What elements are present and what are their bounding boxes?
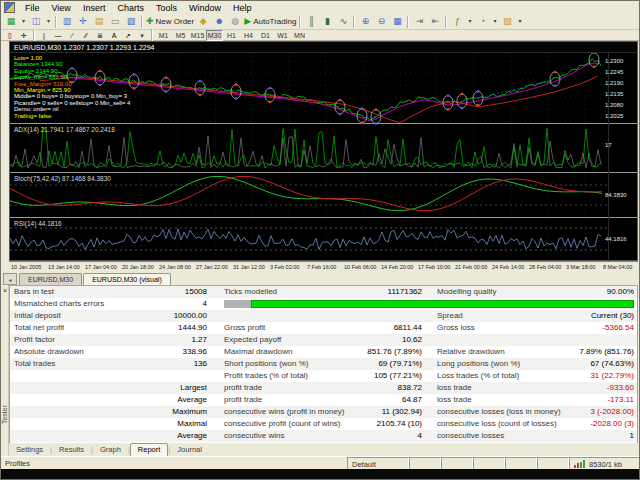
menu-charts[interactable]: Charts (111, 2, 150, 14)
channel-button[interactable]: ⁄⁄ (79, 30, 93, 41)
indicators-dropdown[interactable]: ▾ (465, 14, 474, 29)
menu-tools[interactable]: Tools (150, 2, 183, 14)
arrows-button[interactable]: ↗ (121, 30, 135, 41)
drawing-toolbar: ▯✛|—∕⁄⁄≣A↗▾M1M5M15M30H1H4D1W1MN (1, 30, 640, 41)
close-tester-button[interactable]: × (1, 287, 9, 295)
indicators-button[interactable]: ƒ (449, 14, 465, 29)
data-window-button[interactable]: ✛ (75, 14, 91, 29)
chart-tab-eurusd-m30[interactable]: EURUSD,M30 (19, 273, 82, 285)
menu-window[interactable]: Window (183, 2, 227, 14)
channel-icon: ⁄⁄ (85, 31, 87, 40)
report-cell: 1444.90 (110, 322, 207, 334)
timeframe-m15-button[interactable]: M15 (189, 30, 206, 41)
report-row: Bars in test15008Ticks modelled11171362M… (10, 286, 637, 298)
chart-symbol-title: EUR/USD,M30 1.2307 1.2307 1.2293 1.2294 (10, 42, 637, 53)
price-scale-label: 1.2245 (605, 69, 635, 75)
zoom-in-button[interactable]: ⊕ (357, 14, 373, 29)
fibonacci-button[interactable]: ≣ (93, 30, 107, 41)
bar-chart-button[interactable]: ║ (303, 14, 319, 29)
timeframe-m5-button[interactable]: M5 (172, 30, 189, 41)
strategy-tester-button[interactable]: ▧ (123, 14, 139, 29)
time-axis-label: 24 Jan 08:00 (159, 264, 191, 270)
shapes-dropdown[interactable]: ▾ (135, 30, 149, 41)
chart-tab-scroll-button[interactable]: ◂ (3, 273, 17, 285)
zoom-out-button[interactable]: ⊖ (373, 14, 389, 29)
menu-insert[interactable]: Insert (77, 2, 112, 14)
profiles-dropdown[interactable]: ▾ (44, 14, 53, 29)
timeframe-d1-button[interactable]: D1 (257, 30, 274, 41)
profiles-button[interactable]: ◫ (28, 14, 44, 29)
expert-properties-button[interactable]: ☻ (211, 14, 227, 29)
new-chart-icon: ▾ (22, 15, 25, 28)
candlestick-button[interactable]: ▮ (319, 14, 335, 29)
terminal-button[interactable]: ▭ (107, 14, 123, 29)
toolbar-separator (299, 16, 301, 28)
new-chart-dropdown[interactable]: ▾ (19, 14, 28, 29)
new-order-button[interactable]: ✚New Order (145, 14, 195, 29)
report-row: Absolute drawdown338.96Maximal drawdown8… (10, 346, 637, 358)
report-cell: 1 (484, 430, 634, 442)
trendline-button[interactable]: ∕ (65, 30, 79, 41)
line-chart-button[interactable]: ∿ (335, 14, 351, 29)
autotrading-button[interactable]: ▶AutoTrading (243, 14, 297, 29)
report-row: Averageconsecutive wins4consecutive loss… (10, 430, 637, 442)
timeframe-h4-button[interactable]: H4 (240, 30, 257, 41)
toolbar-separator (141, 16, 143, 28)
indicator-pane-label: ADX(14) 21.7941 17.4867 20.2418 (14, 126, 115, 133)
cursor-button[interactable]: ▯ (3, 30, 17, 41)
profiles-icon: ▾ (47, 15, 50, 28)
new-chart-button[interactable]: ▦ (3, 14, 19, 29)
connection-bars-icon (574, 460, 586, 468)
indicator-scale-label: 84.3830 (605, 192, 635, 198)
tester-tab-report[interactable]: Report (130, 443, 169, 457)
chart-window[interactable]: EUR/USD,M30 1.2307 1.2307 1.2293 1.2294 … (9, 41, 638, 261)
templates-button[interactable]: ▨ (499, 14, 515, 29)
chart-tab-eurusd-m30-visual-[interactable]: EURUSD,M30 (visual) (83, 273, 171, 285)
expert-properties-icon: ☻ (214, 15, 223, 28)
navigator-button[interactable]: ▤ (91, 14, 107, 29)
timeframe-w1-button[interactable]: W1 (274, 30, 291, 41)
data-window-icon: ✛ (79, 15, 87, 28)
menu-file[interactable]: File (19, 2, 46, 14)
market-watch-button[interactable]: ▥ (59, 14, 75, 29)
chart-shift-button[interactable]: ⇤ (427, 14, 443, 29)
horizontal-line-button[interactable]: — (51, 30, 65, 41)
templates-dropdown[interactable]: ▾ (515, 14, 524, 29)
report-cell: Current (30) (484, 310, 634, 322)
auto-scroll-button[interactable]: ⇥ (411, 14, 427, 29)
tile-windows-button[interactable]: ▦ (389, 14, 405, 29)
periods-dropdown[interactable]: ▾ (490, 14, 499, 29)
price-scale-label: 1.2135 (605, 91, 635, 97)
time-axis-label: 3 Mar 18:00 (566, 264, 595, 270)
tester-tab-results[interactable]: Results (52, 444, 91, 456)
tester-tab-graph[interactable]: Graph (93, 444, 128, 456)
shapes-icon: ▾ (140, 31, 144, 40)
report-row: Total trades136Short positions (won %)69… (10, 358, 637, 370)
timeframe-mn-button[interactable]: MN (291, 30, 308, 41)
report-cell: 10000.00 (110, 310, 207, 322)
metaeditor-button[interactable]: ◆ (195, 14, 211, 29)
timeframe-m30-button[interactable]: M30 (206, 30, 223, 41)
tester-tab-journal[interactable]: Journal (170, 444, 209, 456)
periods-icon: ◔ (480, 15, 485, 28)
toolbar-separator (151, 29, 153, 41)
report-row: Total net profit1444.90Gross profit6811.… (10, 322, 637, 334)
menu-view[interactable]: View (46, 2, 77, 14)
tester-tab-settings[interactable]: Settings (9, 444, 50, 456)
expert-list-button[interactable]: ◍ (227, 14, 243, 29)
ea-overlay-line: Middle= 0 buys= 0 buystop= 0 Min_buy= 3 (14, 93, 130, 99)
toolbar-separator (445, 16, 447, 28)
crosshair-button[interactable]: ✛ (17, 30, 31, 41)
templates-icon: ▾ (518, 15, 521, 28)
report-cell: -5366.54 (484, 322, 634, 334)
vertical-line-button[interactable]: | (37, 30, 51, 41)
menu-help[interactable]: Help (227, 2, 258, 14)
timeframe-m1-button[interactable]: M1 (155, 30, 172, 41)
periods-button[interactable]: ◔ (474, 14, 490, 29)
new-chart-icon: ▦ (7, 15, 16, 28)
report-cell: 67 (74.63%) (484, 358, 634, 370)
toolbar-separator (353, 16, 355, 28)
text-button[interactable]: A (107, 30, 121, 41)
report-row: Maximumconsecutive wins (profit in money… (10, 406, 637, 418)
timeframe-h1-button[interactable]: H1 (223, 30, 240, 41)
